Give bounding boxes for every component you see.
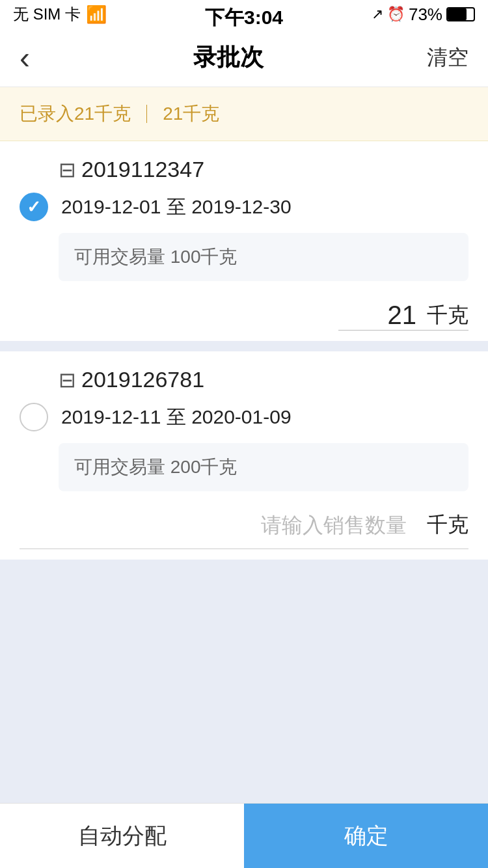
batch2-icon: ⊟ [59,368,76,392]
summary-divider [146,105,147,123]
batch2-id: 2019126781 [81,367,204,392]
clear-button[interactable]: 清空 [427,44,468,72]
batch1-id: 2019112347 [81,157,204,182]
battery-percent: 73% [409,5,442,25]
status-time: 下午3:04 [205,5,283,31]
status-bar: 无 SIM 卡 📶 下午3:04 ↗ ⏰ 73% [0,0,488,29]
summary-bar: 已录入21千克 21千克 [0,87,488,141]
bottom-bar: 自动分配 确定 [0,803,488,868]
summary-value: 21千克 [163,102,219,126]
batch1-radio[interactable] [20,193,48,221]
location-icon: ↗ [372,6,383,23]
back-button[interactable]: ‹ [20,40,30,75]
empty-space [0,570,488,817]
batch2-date: 2019-12-11 至 2020-01-09 [61,404,291,431]
batch2-id-row: ⊟ 2019126781 [59,367,468,392]
page-title: 录批次 [193,42,264,74]
batch1-amount-unit: 千克 [427,301,468,330]
batch2-radio[interactable] [20,403,48,431]
batch2-unit: 千克 [427,511,468,539]
batch1-amount-inner: 21 千克 [0,288,488,330]
batch2-avail: 可用交易量 200千克 [59,443,468,491]
batch2-date-row[interactable]: 2019-12-11 至 2020-01-09 [20,403,468,431]
batch1-date: 2019-12-01 至 2019-12-30 [61,194,291,221]
batch1-id-row: ⊟ 2019112347 [59,157,468,182]
batch-card-2: ⊟ 2019126781 2019-12-11 至 2020-01-09 可用交… [0,351,488,560]
card-separator-2 [0,560,488,570]
batch1-amount-value: 21 [388,301,417,330]
wifi-icon: 📶 [86,5,107,25]
batch-card-1: ⊟ 2019112347 2019-12-01 至 2019-12-30 可用交… [0,141,488,341]
nav-bar: ‹ 录批次 清空 [0,29,488,87]
auto-distribute-button[interactable]: 自动分配 [0,804,244,868]
battery-icon [446,7,475,21]
batch2-input-row: 千克 [20,511,468,539]
confirm-button[interactable]: 确定 [244,804,488,868]
alarm-icon: ⏰ [387,6,405,23]
status-right: ↗ ⏰ 73% [372,5,475,25]
batch1-date-row[interactable]: 2019-12-01 至 2019-12-30 [20,193,468,221]
batch2-input-area: 千克 [0,498,488,549]
quantity-input[interactable] [20,513,416,537]
summary-recorded-label: 已录入21千克 [20,102,131,126]
status-left: 无 SIM 卡 📶 [13,4,107,25]
batch1-amount-wrapper: 21 千克 [0,288,488,331]
batch1-avail: 可用交易量 100千克 [59,233,468,281]
sim-text: 无 SIM 卡 [13,4,81,25]
card-separator-1 [0,341,488,351]
batch1-icon: ⊟ [59,157,76,182]
